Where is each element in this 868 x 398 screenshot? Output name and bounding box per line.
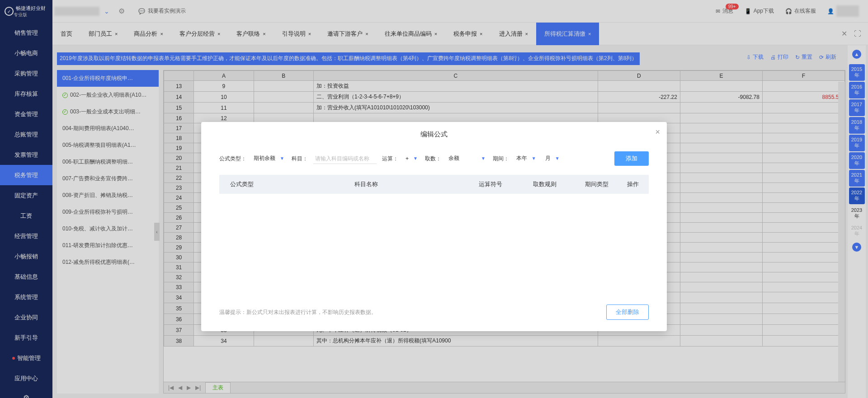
add-button[interactable]: 添加 [614,151,649,166]
table-header: 期间类型 [576,175,617,194]
calc-select[interactable]: +▼ [404,155,420,163]
period-label: 期间： [493,155,509,163]
modal-tip: 温馨提示：新公式只对未出报表进行计算，不影响历史报表数据。 [219,309,377,316]
fetch-select[interactable]: 余额▼ [447,154,487,164]
subject-label: 科目： [292,155,308,163]
table-header: 科目名称 [264,175,468,194]
period-year-select[interactable]: 本年▼ [514,154,538,164]
fetch-label: 取数： [425,155,441,163]
chevron-down-icon: ▼ [481,156,486,161]
table-header: 取数规则 [513,175,576,194]
period-month-select[interactable]: 月▼ [543,154,561,164]
modal-close-icon[interactable]: × [655,127,660,137]
formula-type-label: 公式类型： [219,155,246,163]
edit-formula-modal: 编辑公式 × 公式类型： 期初余额▼ 科目： 运算： +▼ 取数： 余额▼ 期间… [201,122,667,331]
chevron-down-icon: ▼ [280,156,284,161]
formula-table-body [219,194,649,284]
chevron-down-icon: ▼ [413,156,418,161]
chevron-down-icon: ▼ [532,156,536,161]
clear-all-button[interactable]: 全部删除 [606,304,649,320]
table-header: 运算符号 [468,175,513,194]
subject-input[interactable] [313,154,377,164]
chevron-down-icon: ▼ [555,156,560,161]
formula-table: 公式类型科目名称运算符号取数规则期间类型操作 [219,175,649,194]
calc-label: 运算： [382,155,398,163]
table-header: 操作 [617,175,649,194]
modal-title: 编辑公式 [420,130,448,138]
formula-type-select[interactable]: 期初余额▼ [252,154,286,164]
modal-header: 编辑公式 × [201,122,667,147]
table-header: 公式类型 [219,175,264,194]
